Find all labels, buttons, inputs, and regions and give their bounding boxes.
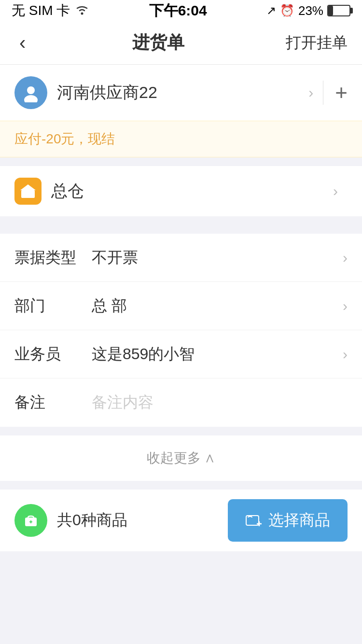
- dept-value: 总 部: [92, 295, 343, 317]
- content-area: 河南供应商22 › + 应付-20元，现结 总仓 › 票据类型: [0, 65, 362, 551]
- back-button[interactable]: ‹: [14, 27, 30, 58]
- supplier-avatar: [14, 76, 47, 109]
- notice-text: 应付-20元，现结: [14, 131, 115, 146]
- remark-label: 备注: [14, 392, 92, 413]
- supplier-name: 河南供应商22: [57, 82, 308, 104]
- staff-row[interactable]: 业务员 这是859的小智 ›: [0, 330, 362, 378]
- svg-point-0: [81, 13, 84, 15]
- status-time: 下午6:04: [149, 1, 207, 21]
- svg-point-2: [24, 95, 38, 102]
- gap1: [0, 157, 362, 166]
- staff-label: 业务员: [14, 344, 92, 365]
- notice-banner: 应付-20元，现结: [0, 121, 362, 157]
- dept-label: 部门: [14, 295, 92, 317]
- ticket-type-value: 不开票: [92, 247, 343, 268]
- page-title: 进货单: [132, 31, 184, 55]
- warehouse-name: 总仓: [51, 180, 333, 202]
- product-icon: [14, 504, 47, 537]
- svg-marker-4: [20, 184, 36, 190]
- battery-icon: [327, 5, 350, 16]
- gap2: [0, 225, 362, 234]
- warehouse-section[interactable]: 总仓 ›: [0, 166, 362, 216]
- staff-chevron-icon: ›: [343, 346, 348, 363]
- battery-text: 23%: [298, 3, 323, 18]
- remark-row[interactable]: 备注 备注内容: [0, 378, 362, 427]
- ticket-type-label: 票据类型: [14, 247, 92, 268]
- status-bar: 无 SIM 卡 下午6:04 ↗ ⏰ 23%: [0, 0, 362, 21]
- staff-value: 这是859的小智: [92, 344, 343, 365]
- warehouse-icon: [14, 178, 42, 205]
- warehouse-row[interactable]: 总仓 ›: [0, 166, 362, 216]
- status-left: 无 SIM 卡: [12, 1, 89, 20]
- alarm-icon: ⏰: [280, 4, 294, 17]
- supplier-divider: [323, 81, 323, 105]
- collapse-label: 收起更多 ∧: [147, 449, 216, 467]
- product-count: 共0种商品: [57, 510, 218, 531]
- ticket-chevron-icon: ›: [343, 250, 348, 266]
- supplier-row[interactable]: 河南供应商22 › +: [0, 65, 362, 121]
- select-btn-label: 选择商品: [268, 510, 330, 531]
- ticket-type-row[interactable]: 票据类型 不开票 ›: [0, 234, 362, 282]
- remark-input[interactable]: 备注内容: [92, 392, 348, 413]
- status-right: ↗ ⏰ 23%: [266, 3, 350, 18]
- wifi-icon: [75, 3, 89, 18]
- dept-chevron-icon: ›: [343, 298, 348, 314]
- product-bar: 共0种商品 选择商品: [0, 490, 362, 551]
- location-icon: ↗: [266, 4, 276, 17]
- dept-row[interactable]: 部门 总 部 ›: [0, 282, 362, 330]
- collapse-row[interactable]: 收起更多 ∧: [0, 435, 362, 481]
- open-pending-button[interactable]: 打开挂单: [286, 32, 348, 54]
- svg-rect-3: [21, 190, 35, 198]
- add-supplier-button[interactable]: +: [335, 82, 348, 103]
- supplier-chevron-icon: ›: [308, 84, 313, 101]
- warehouse-chevron-icon: ›: [333, 183, 338, 199]
- form-section: 票据类型 不开票 › 部门 总 部 › 业务员 这是859的小智 › 备注 备注…: [0, 234, 362, 427]
- svg-point-1: [27, 86, 35, 94]
- carrier-text: 无 SIM 卡: [12, 1, 70, 20]
- supplier-section: 河南供应商22 › + 应付-20元，现结: [0, 65, 362, 157]
- nav-bar: ‹ 进货单 打开挂单: [0, 21, 362, 65]
- select-product-button[interactable]: 选择商品: [228, 499, 348, 542]
